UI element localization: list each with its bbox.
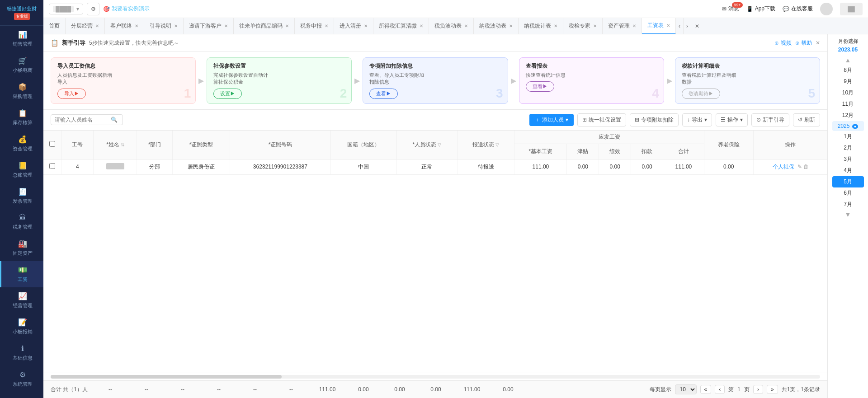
app-download-button[interactable]: 📱 App下载	[746, 5, 775, 13]
close-icon[interactable]: ✕	[593, 23, 597, 28]
month-item-7[interactable]: 7月	[832, 199, 864, 210]
close-icon[interactable]: ✕	[174, 23, 178, 28]
row-checkbox[interactable]	[49, 163, 55, 169]
month-item-1[interactable]: 1月	[832, 131, 864, 142]
guide-close-btn[interactable]: ✕	[816, 40, 820, 46]
step-1-btn[interactable]: 导入▶	[57, 89, 86, 99]
month-item-5[interactable]: 5月	[832, 176, 864, 187]
export-button[interactable]: ↓ 导出 ▾	[682, 113, 712, 126]
tab-home[interactable]: 首页	[43, 18, 66, 34]
month-item-11[interactable]: 11月	[832, 98, 864, 110]
sidebar-item-发票管理[interactable]: 🧾 发票管理	[0, 183, 43, 209]
sidebar-item-企业协同[interactable]: 🤝 企业协同	[0, 392, 43, 398]
sidebar-item-经营管理[interactable]: 📈 经营管理	[0, 287, 43, 314]
tab-nav-next[interactable]: ›	[684, 18, 691, 34]
tab-close-all[interactable]: ✕	[691, 18, 703, 34]
tab-contact[interactable]: 客户联络✕	[105, 18, 144, 34]
step-2-btn[interactable]: 设置▶	[213, 89, 242, 99]
close-icon[interactable]: ✕	[224, 23, 228, 28]
sidebar-item-资金管理[interactable]: 💰 资金管理	[0, 131, 43, 157]
guide-button[interactable]: ⊙ 新手引导	[751, 113, 789, 126]
month-nav-down[interactable]: ▼	[845, 211, 851, 218]
month-item-8[interactable]: 8月	[832, 65, 864, 76]
sidebar-item-系统管理[interactable]: ⚙ 系统管理	[0, 366, 43, 392]
tab-tax-stat[interactable]: 纳税统计表✕	[519, 18, 563, 34]
tab-assets[interactable]: 资产管理✕	[603, 18, 642, 34]
search-input[interactable]	[55, 117, 109, 123]
add-person-button[interactable]: ＋ 添加人员 ▾	[529, 114, 574, 126]
month-nav-up[interactable]: ▲	[845, 56, 851, 64]
sidebar-item-工资[interactable]: 💵 工资	[0, 261, 43, 287]
scroll-thumb[interactable]	[51, 375, 282, 379]
month-item-4[interactable]: 4月	[832, 165, 864, 176]
tab-clear[interactable]: 进入清册✕	[334, 18, 373, 34]
delete-icon[interactable]: 🗑	[803, 164, 809, 170]
avatar[interactable]	[820, 3, 833, 15]
sidebar-item-总账管理[interactable]: 📒 总账管理	[0, 157, 43, 183]
personal-social-link[interactable]: 个人社保	[773, 164, 794, 170]
prev-page-btn[interactable]: ‹	[715, 385, 725, 394]
month-item-3[interactable]: 3月	[832, 154, 864, 165]
edit-icon[interactable]: ✎	[797, 164, 802, 170]
step-5-btn[interactable]: 敬请期待▶	[682, 89, 720, 99]
search-icon[interactable]: 🔍	[111, 117, 118, 123]
tab-tax-burden[interactable]: 税负波动表✕	[429, 18, 474, 34]
first-page-btn[interactable]: «	[700, 385, 712, 394]
tab-layer[interactable]: 分层经营✕	[66, 18, 105, 34]
sidebar-item-小畅报销[interactable]: 📝 小畅报销	[0, 314, 43, 340]
sidebar-item-库存核算[interactable]: 📋 库存核算	[0, 104, 43, 131]
close-icon[interactable]: ✕	[95, 23, 99, 28]
status-filter-icon[interactable]: ▽	[438, 142, 441, 147]
close-icon[interactable]: ✕	[509, 23, 513, 28]
refresh-button[interactable]: ↺ 刷新	[793, 113, 820, 126]
month-item-10[interactable]: 10月	[832, 87, 864, 98]
user-menu[interactable]: ██	[840, 3, 863, 15]
operation-button[interactable]: ☰ 操作 ▾	[716, 113, 748, 126]
close-icon[interactable]: ✕	[325, 23, 328, 28]
select-all-checkbox[interactable]	[49, 141, 55, 147]
tab-income-tax[interactable]: 所得税汇算清缴✕	[373, 18, 429, 34]
special-deduct-button[interactable]: ⊞ 专项附加扣除	[630, 113, 679, 126]
tab-product-code[interactable]: 往来单位商品编码✕	[234, 18, 295, 34]
name-sort-icon[interactable]: ⇅	[121, 142, 124, 147]
tab-tax-report[interactable]: 税务申报✕	[295, 18, 334, 34]
month-year-2025[interactable]: 2025 ●	[832, 121, 864, 131]
last-page-btn[interactable]: »	[767, 385, 778, 394]
close-icon[interactable]: ✕	[666, 23, 670, 28]
tab-guide[interactable]: 引导说明✕	[144, 18, 184, 34]
step-4-btn[interactable]: 查看▶	[526, 81, 554, 92]
month-item-12[interactable]: 12月	[832, 110, 864, 121]
tab-salary[interactable]: 工资表✕	[642, 18, 676, 34]
month-item-6[interactable]: 6月	[832, 187, 864, 199]
sidebar-item-小畅电商[interactable]: 🛒 小畅电商	[0, 52, 43, 78]
close-icon[interactable]: ✕	[464, 23, 468, 28]
close-icon[interactable]: ✕	[420, 23, 423, 28]
company-selector[interactable]: ████ ▾	[49, 4, 83, 14]
page-size-select[interactable]: 10 20 50	[675, 384, 697, 394]
demo-link[interactable]: 🎯 我要看实例演示	[103, 5, 150, 13]
close-icon[interactable]: ✕	[364, 23, 368, 28]
message-button[interactable]: ✉ 消息 99+	[722, 5, 739, 13]
close-icon[interactable]: ✕	[285, 23, 289, 28]
sidebar-item-销售管理[interactable]: 📊 销售管理	[0, 26, 43, 52]
tab-invite[interactable]: 邀请下游客户✕	[184, 18, 234, 34]
scroll-bar[interactable]	[51, 375, 820, 379]
month-item-9[interactable]: 9月	[832, 76, 864, 87]
sidebar-item-采购管理[interactable]: 📦 采购管理	[0, 78, 43, 104]
social-setting-button[interactable]: ⊞ 统一社保设置	[577, 113, 626, 126]
close-icon[interactable]: ✕	[632, 23, 636, 28]
sidebar-item-固定资产[interactable]: 🏭 固定资产	[0, 235, 43, 261]
step-3-btn[interactable]: 查看▶	[369, 89, 398, 99]
tab-nav-prev[interactable]: ‹	[676, 18, 684, 34]
sidebar-item-税务管理[interactable]: 🏛 税务管理	[0, 209, 43, 235]
close-icon[interactable]: ✕	[554, 23, 557, 28]
close-icon[interactable]: ✕	[135, 23, 138, 28]
month-item-2[interactable]: 2月	[832, 142, 864, 154]
help-btn[interactable]: ⊙ 帮助	[795, 39, 812, 47]
settings-icon-btn[interactable]: ⚙	[87, 3, 99, 15]
tab-tax-wave[interactable]: 纳税波动表✕	[474, 18, 519, 34]
video-btn[interactable]: ⊙ 视频	[774, 39, 791, 47]
tab-tax-expert[interactable]: 税检专家✕	[563, 18, 603, 34]
report-status-filter-icon[interactable]: ▽	[495, 142, 499, 147]
online-service-button[interactable]: 💬 在线客服	[783, 5, 813, 13]
